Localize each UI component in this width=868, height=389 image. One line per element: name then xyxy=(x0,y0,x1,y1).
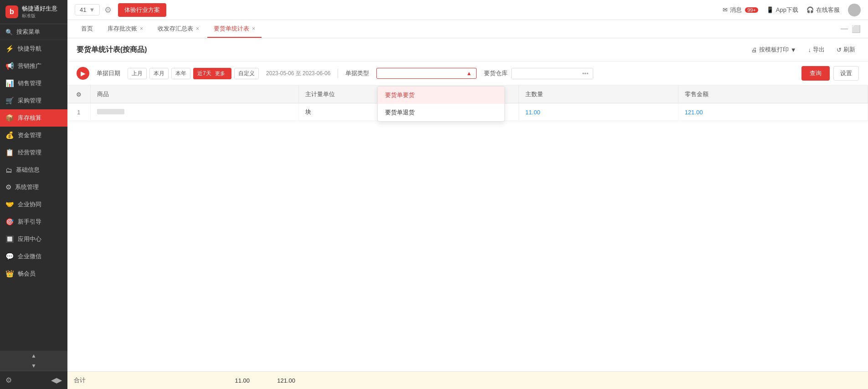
sidebar-item-wechat[interactable]: 💬 企业微信 xyxy=(0,248,67,265)
main-area: 41 ▼ ⚙ 体验行业方案 ✉ 消息 99+ 📱 App下载 🎧 在线客服 xyxy=(67,0,868,389)
dropdown-item-yh-return[interactable]: 要货单退货 xyxy=(378,104,504,121)
type-filter-input[interactable]: ▲ xyxy=(376,68,477,79)
tab-demand-stats[interactable]: 要货单统计表 × xyxy=(207,20,262,38)
tab-inventory-batch-close[interactable]: × xyxy=(140,26,143,32)
tab-demand-stats-close[interactable]: × xyxy=(252,26,255,32)
sidebar-search[interactable]: 🔍 搜索菜单 xyxy=(0,24,67,40)
product-placeholder xyxy=(97,109,124,114)
sidebar-item-quick-nav[interactable]: ⚡ 快捷导航 xyxy=(0,40,67,57)
tab-inventory-batch[interactable]: 库存批次账 × xyxy=(101,20,149,38)
th-product: 商品 xyxy=(90,86,298,103)
cell-amount[interactable]: 121.00 xyxy=(678,103,868,121)
sidebar-scroll-down[interactable]: ▼ xyxy=(0,361,67,371)
sidebar-item-label: 基础信息 xyxy=(16,166,40,174)
sales-icon: 📊 xyxy=(5,79,14,87)
refresh-btn[interactable]: ↺ 刷新 xyxy=(833,44,859,56)
sidebar-item-newguide[interactable]: 🎯 新手引导 xyxy=(0,213,67,230)
filter-expand-btn[interactable]: ▶ xyxy=(77,67,89,80)
sidebar-scroll-up[interactable]: ▲ xyxy=(0,351,67,361)
sidebar-item-operation[interactable]: 📋 经营管理 xyxy=(0,144,67,161)
sidebar-item-purchase[interactable]: 🛒 采购管理 xyxy=(0,92,67,109)
recent7-btn[interactable]: 近7天 更多 xyxy=(193,68,231,79)
sidebar-item-inventory[interactable]: 📦 库存核算 xyxy=(0,109,67,127)
sidebar-item-label: 销售管理 xyxy=(18,79,41,87)
search-button[interactable]: 查询 xyxy=(801,66,830,81)
last-month-btn[interactable]: 上月 xyxy=(128,68,147,79)
app-download-btn[interactable]: 📱 App下载 xyxy=(766,6,798,14)
dropdown-item-yh-order[interactable]: 要货单要货 xyxy=(378,87,504,104)
tab-home[interactable]: 首页 xyxy=(75,20,99,38)
app-download-label: App下载 xyxy=(776,6,798,14)
table-footer: 合计 11.00 121.00 xyxy=(67,371,868,389)
messages-label: 消息 xyxy=(730,6,742,14)
sidebar-item-label: 经营管理 xyxy=(18,148,41,157)
page-title: 要货单统计表(按商品) xyxy=(77,45,147,55)
online-service-btn[interactable]: 🎧 在线客服 xyxy=(806,6,840,14)
th-settings[interactable]: ⚙ xyxy=(67,86,90,103)
footer-amount: 121.00 xyxy=(259,377,304,384)
topbar-right: ✉ 消息 99+ 📱 App下载 🎧 在线客服 xyxy=(723,4,861,16)
export-label: 导出 xyxy=(813,46,825,54)
sidebar-item-label: 库存核算 xyxy=(18,114,41,122)
user-avatar[interactable] xyxy=(848,4,861,16)
sidebar-item-label: 畅会员 xyxy=(18,270,36,278)
sidebar-settings-btn[interactable]: ⚙ xyxy=(5,376,12,384)
warehouse-filter-label: 要货仓库 xyxy=(484,69,508,77)
topbar-settings-icon[interactable]: ⚙ xyxy=(104,5,112,15)
messages-badge: 99+ xyxy=(745,7,758,13)
sidebar-item-system[interactable]: ⚙ 系统管理 xyxy=(0,179,67,196)
print-template-btn[interactable]: 🖨 按模板打印 ▼ xyxy=(748,44,800,56)
trial-button[interactable]: 体验行业方案 xyxy=(118,3,166,17)
sidebar-item-enterprise[interactable]: 🤝 企业协同 xyxy=(0,196,67,213)
recent7-badge: 更多 xyxy=(213,71,227,76)
headset-icon: 🎧 xyxy=(806,6,814,13)
set-button[interactable]: 设置 xyxy=(833,66,859,81)
tabs-minimize-icon[interactable]: — xyxy=(841,25,848,33)
warehouse-filter-input[interactable]: ••• xyxy=(511,68,593,79)
tab-receive-summary[interactable]: 收发存汇总表 × xyxy=(151,20,205,38)
page-content: 要货单统计表(按商品) 🖨 按模板打印 ▼ ↓ 导出 ↺ 刷新 ▶ xyxy=(67,38,868,389)
export-btn[interactable]: ↓ 导出 xyxy=(805,44,829,56)
sidebar-item-label: 营销推广 xyxy=(18,62,41,70)
member-icon: 👑 xyxy=(5,270,14,278)
sidebar-item-label: 快捷导航 xyxy=(18,45,41,53)
sidebar-item-label: 企业微信 xyxy=(18,252,41,261)
sidebar-item-member[interactable]: 👑 畅会员 xyxy=(0,265,67,282)
finance-icon: 💰 xyxy=(5,131,14,139)
basic-icon: 🗂 xyxy=(5,166,12,174)
sidebar-item-label: 资金管理 xyxy=(18,131,41,139)
custom-btn[interactable]: 自定义 xyxy=(234,68,259,79)
sidebar-item-label: 应用中心 xyxy=(18,235,41,243)
table-area: ⚙ 商品 主计量单位 主数量 零售金额 1 块 11.00 xyxy=(67,86,868,371)
tab-receive-summary-close[interactable]: × xyxy=(196,26,199,32)
sidebar-collapse-btn[interactable]: ◀▶ xyxy=(51,376,62,384)
operation-icon: 📋 xyxy=(5,148,14,157)
topbar-dropdown[interactable]: 41 ▼ xyxy=(75,4,100,15)
logo-main-text: 畅捷通好生意 xyxy=(22,5,57,13)
inventory-icon: 📦 xyxy=(5,114,14,122)
sidebar-footer: ⚙ ◀▶ xyxy=(0,371,67,389)
footer-label: 合计 xyxy=(74,376,86,384)
dropdown-value: 41 xyxy=(80,6,86,13)
logo-icon: b xyxy=(5,5,18,18)
sidebar-logo: b 畅捷通好生意 标准版 xyxy=(0,0,67,24)
this-month-btn[interactable]: 本月 xyxy=(149,68,169,79)
tabs-maximize-icon[interactable]: ⬜ xyxy=(852,25,861,33)
this-year-btn[interactable]: 本年 xyxy=(171,68,190,79)
date-filter-group: 上月 本月 本年 近7天 更多 自定义 xyxy=(128,68,259,79)
type-filter-arrow-icon: ▲ xyxy=(467,70,472,77)
dropdown-item-yh-order-label: 要货单要货 xyxy=(385,92,415,98)
warehouse-dots-icon[interactable]: ••• xyxy=(582,70,589,77)
topbar: 41 ▼ ⚙ 体验行业方案 ✉ 消息 99+ 📱 App下载 🎧 在线客服 xyxy=(67,0,868,20)
logo-sub-text: 标准版 xyxy=(22,13,57,19)
sidebar-item-basic[interactable]: 🗂 基础信息 xyxy=(0,161,67,179)
sidebar-item-appstore[interactable]: 🔲 应用中心 xyxy=(0,230,67,248)
date-range-display: 2023-05-06 至 2023-06-06 xyxy=(266,70,330,77)
cell-quantity[interactable]: 11.00 xyxy=(519,103,678,121)
sidebar-item-sales[interactable]: 📊 销售管理 xyxy=(0,75,67,92)
messages-btn[interactable]: ✉ 消息 99+ xyxy=(723,6,758,14)
sidebar-item-finance[interactable]: 💰 资金管理 xyxy=(0,127,67,144)
tab-receive-summary-label: 收发存汇总表 xyxy=(158,25,193,33)
cell-product xyxy=(90,103,298,121)
sidebar-item-marketing[interactable]: 📢 营销推广 xyxy=(0,57,67,75)
